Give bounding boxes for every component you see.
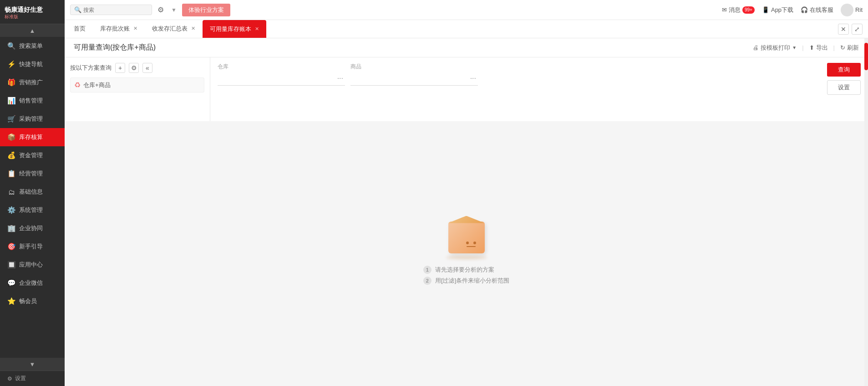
sidebar-item-membership[interactable]: ⭐ 畅会员	[0, 292, 65, 310]
online-service-label: 在线客服	[810, 6, 833, 14]
sidebar-item-label: 库存核算	[19, 133, 43, 141]
onboarding-icon: 🎯	[7, 242, 15, 251]
refresh-label: 刷新	[847, 44, 859, 52]
sidebar-item-label: 搜索菜单	[19, 42, 43, 50]
tab-stock-summary[interactable]: 收发存汇总表 ✕	[145, 20, 203, 38]
sidebar-item-wechat[interactable]: 💬 企业微信	[0, 274, 65, 292]
page-header: 可用量查询(按仓库+商品) 🖨 按模板打印 ▼ | ⬆ 导出 | ↻ 刷新	[65, 38, 868, 57]
product-input-wrap: ···	[350, 72, 478, 86]
scheme-panel-header: 按以下方案查询 + ⚙ «	[70, 63, 204, 73]
scheme-settings-btn[interactable]: ⚙	[129, 63, 139, 73]
app-download-btn[interactable]: 📱 App下载	[762, 6, 793, 14]
product-more-btn[interactable]: ···	[468, 73, 478, 83]
message-btn[interactable]: ✉ 消息 99+	[722, 6, 755, 14]
sidebar-item-purchase[interactable]: 🛒 采购管理	[0, 110, 65, 128]
tab-available-stock-label: 可用量库存账本	[210, 25, 251, 33]
warehouse-more-btn[interactable]: ···	[335, 73, 345, 83]
export-btn[interactable]: ⬆ 导出	[809, 44, 828, 52]
sidebar-item-label: 企业微信	[19, 279, 43, 287]
sidebar-item-label: 新手引导	[19, 242, 43, 251]
scheme-add-btn[interactable]: +	[115, 63, 125, 73]
search-input[interactable]	[83, 7, 142, 13]
app-subtitle: 标准版	[5, 14, 60, 20]
query-area: 按以下方案查询 + ⚙ « ♻ 仓库+商品 仓库 ···	[65, 57, 868, 121]
product-input[interactable]	[350, 75, 468, 82]
sales-icon: 📊	[7, 97, 15, 105]
tab-bar-controls: ✕ ⤢	[834, 20, 866, 38]
online-service-btn[interactable]: 🎧 在线客服	[801, 6, 833, 14]
search-icon: 🔍	[74, 6, 81, 13]
warehouse-input[interactable]	[218, 75, 335, 82]
hint-text-1: 请先选择要分析的方案	[435, 266, 494, 274]
scheme-item-icon: ♻	[74, 81, 81, 89]
empty-state: 1 请先选择要分析的方案 2 用[过滤]条件来缩小分析范围	[65, 121, 868, 378]
trial-button[interactable]: 体验行业方案	[182, 4, 230, 16]
tab-home[interactable]: 首页	[66, 20, 93, 38]
operations-icon: 📋	[7, 170, 15, 178]
expand-btn[interactable]: ⤢	[852, 24, 863, 35]
sidebar-item-search-menu[interactable]: 🔍 搜索菜单	[0, 37, 65, 55]
empty-shadow	[446, 256, 487, 259]
sidebar-item-sales[interactable]: 📊 销售管理	[0, 92, 65, 110]
sidebar-item-marketing[interactable]: 🎁 营销推广	[0, 73, 65, 92]
template-print-btn[interactable]: 🖨 按模板打印 ▼	[753, 44, 797, 52]
finance-icon: 💰	[7, 151, 15, 160]
scrollbar-thumb	[864, 43, 868, 70]
sidebar-item-inventory[interactable]: 📦 库存核算	[0, 128, 65, 146]
main-content: 可用量查询(按仓库+商品) 🖨 按模板打印 ▼ | ⬆ 导出 | ↻ 刷新 按以…	[65, 38, 868, 386]
gear-icon[interactable]: ⚙	[156, 4, 166, 16]
empty-hints: 1 请先选择要分析的方案 2 用[过滤]条件来缩小分析范围	[423, 266, 509, 285]
app-center-icon: 🔲	[7, 261, 15, 269]
headset-icon: 🎧	[801, 6, 808, 13]
settings-icon: ⚙	[7, 376, 12, 382]
tab-bar: 首页 库存批次账 ✕ 收发存汇总表 ✕ 可用量库存账本 ✕ ✕ ⤢	[65, 20, 868, 38]
quick-nav-icon: ⚡	[7, 60, 15, 68]
sidebar-item-onboarding[interactable]: 🎯 新手引导	[0, 237, 65, 256]
app-logo: 畅康通好生意 标准版	[0, 0, 65, 24]
sidebar-item-enterprise[interactable]: 🏢 企业协同	[0, 219, 65, 237]
tab-available-stock[interactable]: 可用量库存账本 ✕	[203, 20, 266, 38]
print-icon: 🖨	[753, 44, 759, 51]
warehouse-input-wrap: ···	[218, 72, 345, 86]
sidebar-item-label: 快捷导航	[19, 60, 43, 68]
scheme-item-warehouse-product[interactable]: ♻ 仓库+商品	[70, 77, 204, 93]
close-all-tabs-btn[interactable]: ✕	[838, 24, 849, 35]
header-search[interactable]: 🔍	[70, 5, 152, 15]
message-icon: ✉	[722, 6, 727, 13]
sidebar-item-label: 企业协同	[19, 224, 43, 232]
right-scrollbar[interactable]	[864, 38, 868, 386]
mobile-icon: 📱	[762, 6, 769, 13]
app-title: 畅康通好生意	[5, 5, 60, 14]
close-tab-available-stock[interactable]: ✕	[255, 26, 259, 32]
sidebar-item-basic-info[interactable]: 🗂 基础信息	[0, 183, 65, 201]
sidebar-item-system[interactable]: ⚙️ 系统管理	[0, 201, 65, 219]
query-button[interactable]: 查询	[827, 63, 861, 77]
sidebar-item-operations[interactable]: 📋 经营管理	[0, 165, 65, 183]
close-tab-batch-account[interactable]: ✕	[133, 26, 137, 31]
sidebar-scroll-up[interactable]: ▲	[0, 24, 65, 37]
username-label: Rit	[855, 6, 863, 13]
tab-batch-account[interactable]: 库存批次账 ✕	[93, 20, 145, 38]
hint-num-2: 2	[423, 277, 431, 285]
hint-text-2: 用[过滤]条件来缩小分析范围	[435, 277, 509, 285]
dropdown-arrow-icon: ▼	[792, 45, 797, 50]
search-menu-icon: 🔍	[7, 42, 15, 50]
sidebar-settings[interactable]: ⚙ 设置	[0, 371, 65, 386]
empty-face	[457, 234, 485, 255]
sidebar-item-app-center[interactable]: 🔲 应用中心	[0, 256, 65, 274]
dropdown-icon[interactable]: ▼	[169, 5, 178, 15]
sidebar-item-label: 经营管理	[19, 170, 43, 178]
close-tab-stock-summary[interactable]: ✕	[191, 26, 195, 31]
user-profile[interactable]: Rit	[841, 4, 863, 16]
hint-num-1: 1	[423, 266, 431, 274]
sidebar-scroll-down[interactable]: ▼	[0, 358, 65, 371]
scheme-collapse-btn[interactable]: «	[142, 63, 152, 73]
sidebar: 畅康通好生意 标准版 ▲ 🔍 搜索菜单 ⚡ 快捷导航 🎁 营销推广 📊 销售管理…	[0, 0, 65, 386]
settings-button[interactable]: 设置	[827, 80, 861, 95]
refresh-btn[interactable]: ↻ 刷新	[840, 44, 859, 52]
sidebar-item-label: 资金管理	[19, 151, 43, 160]
enterprise-icon: 🏢	[7, 224, 15, 232]
sidebar-item-finance[interactable]: 💰 资金管理	[0, 146, 65, 165]
sidebar-item-quick-nav[interactable]: ⚡ 快捷导航	[0, 55, 65, 73]
product-filter-label: 商品	[350, 63, 478, 71]
